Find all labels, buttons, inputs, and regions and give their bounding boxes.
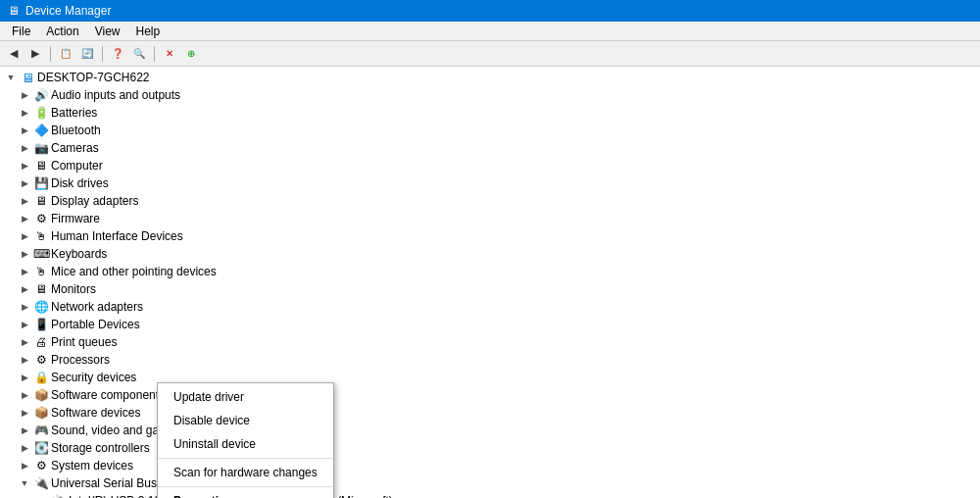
device-tree: ▼ 🖥 DESKTOP-7GCH622 ▶ 🔊 Audio inputs and… (0, 67, 980, 498)
tree-disk[interactable]: ▶ 💾 Disk drives (0, 174, 980, 192)
print-expand[interactable]: ▶ (18, 335, 31, 349)
software-comp-expand[interactable]: ▶ (18, 388, 31, 402)
bluetooth-label: Bluetooth (51, 124, 101, 137)
tree-hid[interactable]: ▶ 🖱 Human Interface Devices (0, 227, 980, 245)
menu-view[interactable]: View (87, 23, 128, 40)
security-icon: 🔒 (33, 370, 49, 385)
system-label: System devices (51, 459, 133, 473)
toolbar-add[interactable]: ⊕ (181, 44, 201, 64)
tree-processors[interactable]: ▶ ⚙ Processors (0, 351, 980, 369)
tree-security[interactable]: ▶ 🔒 Security devices (0, 369, 980, 386)
audio-icon: 🔊 (33, 87, 49, 103)
processors-icon: ⚙ (33, 352, 49, 368)
processors-label: Processors (51, 353, 110, 367)
firmware-expand[interactable]: ▶ (18, 212, 31, 225)
portable-expand[interactable]: ▶ (18, 318, 31, 331)
bluetooth-icon: 🔷 (33, 123, 49, 138)
cameras-icon: 📷 (33, 140, 49, 156)
ctx-update-driver[interactable]: Update driver (158, 385, 333, 409)
keyboards-expand[interactable]: ▶ (18, 247, 31, 261)
tree-batteries[interactable]: ▶ 🔋 Batteries (0, 104, 980, 122)
tree-computer[interactable]: ▶ 🖥 Computer (0, 157, 980, 174)
tree-print[interactable]: ▶ 🖨 Print queues (0, 333, 980, 351)
root-icon: 🖥 (20, 70, 35, 85)
toolbar-sep3 (154, 46, 155, 62)
hid-label: Human Interface Devices (51, 229, 183, 243)
software-dev-icon: 📦 (33, 405, 49, 421)
toolbar: ◀ ▶ 📋 🔄 ❓ 🔍 ✕ ⊕ (0, 41, 980, 67)
ctx-scan-hardware[interactable]: Scan for hardware changes (158, 461, 333, 484)
toolbar-sep2 (102, 46, 103, 62)
toolbar-properties[interactable]: 📋 (56, 44, 75, 64)
toolbar-sep1 (50, 46, 51, 62)
menu-help[interactable]: Help (128, 23, 169, 40)
ctx-disable-device[interactable]: Disable device (158, 409, 333, 432)
hid-icon: 🖱 (33, 228, 49, 244)
tree-usb-root[interactable]: ▼ 🔌 Universal Serial Bus controllers (0, 474, 980, 492)
toolbar-scan[interactable]: 🔍 (129, 44, 149, 64)
software-comp-label: Software components (51, 388, 165, 402)
computer-label: Computer (51, 159, 103, 173)
keyboards-label: Keyboards (51, 247, 107, 261)
toolbar-remove[interactable]: ✕ (160, 44, 179, 64)
mice-expand[interactable]: ▶ (18, 265, 31, 278)
tree-cameras[interactable]: ▶ 📷 Cameras (0, 139, 980, 157)
mice-label: Mice and other pointing devices (51, 265, 217, 278)
monitors-icon: 🖥 (33, 281, 49, 297)
tree-network[interactable]: ▶ 🌐 Network adapters (0, 298, 980, 316)
batteries-expand[interactable]: ▶ (18, 106, 31, 120)
keyboards-icon: ⌨ (33, 246, 49, 262)
tree-audio[interactable]: ▶ 🔊 Audio inputs and outputs (0, 86, 980, 104)
display-expand[interactable]: ▶ (18, 194, 31, 208)
security-expand[interactable]: ▶ (18, 371, 31, 384)
tree-software-comp[interactable]: ▶ 📦 Software components (0, 386, 980, 404)
hid-expand[interactable]: ▶ (18, 229, 31, 243)
root-label: DESKTOP-7GCH622 (37, 71, 150, 84)
network-icon: 🌐 (33, 299, 49, 315)
computer-expand[interactable]: ▶ (18, 159, 31, 173)
tree-firmware[interactable]: ▶ ⚙ Firmware (0, 210, 980, 227)
tree-software-dev[interactable]: ▶ 📦 Software devices (0, 404, 980, 422)
usb-root-expand[interactable]: ▼ (18, 476, 31, 490)
toolbar-update[interactable]: 🔄 (77, 44, 97, 64)
display-label: Display adapters (51, 194, 138, 208)
network-expand[interactable]: ▶ (18, 300, 31, 314)
ctx-uninstall-device[interactable]: Uninstall device (158, 432, 333, 456)
menu-file[interactable]: File (4, 23, 38, 40)
portable-label: Portable Devices (51, 318, 140, 331)
system-expand[interactable]: ▶ (18, 459, 31, 473)
ctx-properties[interactable]: Properties (158, 489, 333, 498)
tree-bluetooth[interactable]: ▶ 🔷 Bluetooth (0, 122, 980, 139)
title-bar-icon: 🖥 (8, 4, 20, 18)
tree-mice[interactable]: ▶ 🖱 Mice and other pointing devices (0, 263, 980, 280)
software-dev-expand[interactable]: ▶ (18, 406, 31, 420)
audio-expand[interactable]: ▶ (18, 88, 31, 102)
monitors-expand[interactable]: ▶ (18, 282, 31, 296)
storage-expand[interactable]: ▶ (18, 441, 31, 455)
tree-keyboards[interactable]: ▶ ⌨ Keyboards (0, 245, 980, 263)
tree-storage[interactable]: ▶ 💽 Storage controllers (0, 439, 980, 457)
menu-action[interactable]: Action (38, 23, 86, 40)
toolbar-help[interactable]: ❓ (108, 44, 127, 64)
cameras-label: Cameras (51, 141, 99, 155)
tree-usb-intel[interactable]: 🔌 Intel(R) USB 3.10 eXtensible Host Cont… (0, 492, 980, 498)
storage-label: Storage controllers (51, 441, 150, 455)
toolbar-back[interactable]: ◀ (4, 44, 24, 64)
tree-monitors[interactable]: ▶ 🖥 Monitors (0, 280, 980, 298)
ctx-sep2 (158, 486, 333, 487)
security-label: Security devices (51, 371, 136, 384)
batteries-icon: 🔋 (33, 105, 49, 121)
tree-portable[interactable]: ▶ 📱 Portable Devices (0, 316, 980, 333)
root-expand[interactable]: ▼ (4, 71, 18, 84)
tree-display[interactable]: ▶ 🖥 Display adapters (0, 192, 980, 210)
sound-expand[interactable]: ▶ (18, 423, 31, 437)
tree-root[interactable]: ▼ 🖥 DESKTOP-7GCH622 (0, 69, 980, 86)
disk-label: Disk drives (51, 176, 109, 190)
tree-system[interactable]: ▶ ⚙ System devices (0, 457, 980, 474)
bluetooth-expand[interactable]: ▶ (18, 124, 31, 137)
toolbar-forward[interactable]: ▶ (25, 44, 45, 64)
cameras-expand[interactable]: ▶ (18, 141, 31, 155)
disk-expand[interactable]: ▶ (18, 176, 31, 190)
tree-sound[interactable]: ▶ 🎮 Sound, video and game controllers (0, 422, 980, 439)
processors-expand[interactable]: ▶ (18, 353, 31, 367)
